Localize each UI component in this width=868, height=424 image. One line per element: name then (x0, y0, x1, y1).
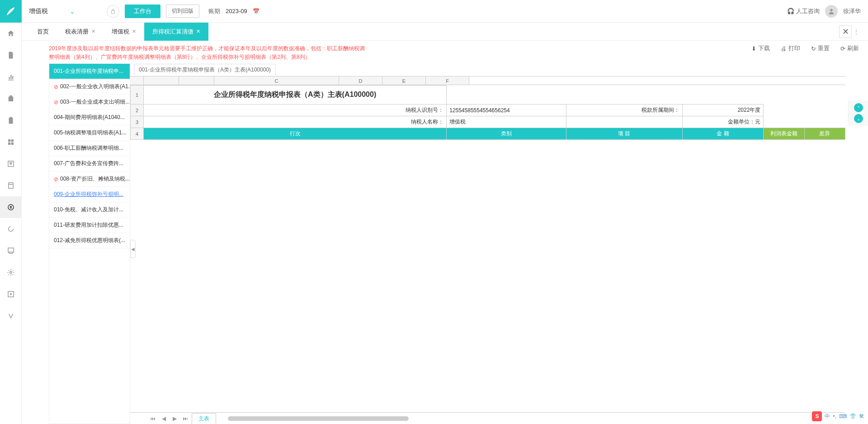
nav-v-icon[interactable] (0, 305, 22, 327)
column-headers: C D E F (130, 76, 845, 85)
app-logo[interactable] (0, 0, 22, 23)
user-avatar[interactable] (825, 5, 838, 18)
form-list-item[interactable]: ⊘003-一般企业成本支出明细... (49, 95, 130, 110)
tax-period[interactable]: 2022年度 (682, 105, 764, 116)
nav-inbox-icon[interactable] (0, 240, 22, 262)
sheet-nav-next[interactable]: ▶ (170, 415, 179, 422)
download-icon: ⬇ (751, 45, 756, 52)
form-list-item[interactable]: 004-期间费用明细表(A1040... (49, 110, 130, 125)
warning-icon: ⊘ (54, 99, 58, 105)
print-button[interactable]: 🖨打印 (781, 44, 800, 52)
sheet-tab-title[interactable]: 001-企业所得税年度纳税申报表（A类）主表(A100000) (134, 64, 276, 76)
form-list: 001-企业所得税年度纳税申...⊘002-一般企业收入明细表(A1...⊘00… (49, 63, 130, 424)
nav-refresh-icon[interactable] (0, 218, 22, 240)
sheet-title: 企业所得税年度纳税申报表（A类）主表(A100000) (144, 86, 447, 105)
year-scroll-down[interactable]: ⌄ (854, 114, 863, 123)
reset-button[interactable]: ↻重置 (811, 44, 830, 52)
svg-point-1 (9, 272, 12, 274)
nav-gear-icon[interactable] (0, 262, 22, 283)
tabs-menu-icon[interactable]: ⋮ (852, 29, 861, 35)
headset-icon: 🎧 (787, 8, 794, 14)
help-link[interactable]: 🎧 人工咨询 (787, 7, 820, 15)
form-list-item[interactable]: 012-减免所得税优惠明细表(... (49, 233, 130, 248)
nav-bag-icon[interactable] (0, 88, 22, 110)
download-button[interactable]: ⬇下载 (751, 44, 770, 52)
ime-lang[interactable]: 中 (825, 413, 830, 420)
sheet-nav-last[interactable]: ⏭ (181, 415, 190, 422)
company-name: 增值税 (29, 7, 48, 15)
ime-bar: S 中 •, ⌨ 👕 🛠 (812, 411, 864, 421)
print-icon: 🖨 (781, 45, 787, 52)
refresh-icon: ⟳ (840, 45, 845, 52)
nav-grid-icon[interactable] (0, 131, 22, 153)
taxpayer-id[interactable]: 125545855545546562​54 (447, 105, 566, 116)
form-list-item[interactable]: 009-企业所得税弥补亏损明... (49, 187, 130, 202)
form-list-item[interactable]: 010-免税、减计收入及加计... (49, 202, 130, 218)
form-list-item[interactable]: 006-职工薪酬纳税调整明细... (49, 141, 130, 156)
form-list-item[interactable]: ⊘008-资产折旧、摊销及纳税... (49, 172, 130, 187)
toolbar: ⬇下载 🖨打印 ↻重置 ⟳刷新 (751, 44, 859, 52)
sheet-footer: ⏮ ◀ ▶ ⏭ 主表 (130, 412, 845, 424)
nav-coin-icon[interactable] (0, 196, 22, 218)
nav-calendar-icon[interactable] (0, 175, 22, 196)
tabs-bar: 首页税表清册✕增值税✕所得税汇算清缴✕ ✕ ⋮ (22, 23, 868, 41)
warning-icon: ⊘ (54, 84, 58, 90)
topbar: 增值税 ⌄ 工作台 切到旧版 账期 2023-09 📅 🎧 人工咨询 徐泽华 (22, 0, 868, 23)
lock-icon[interactable] (107, 5, 119, 18)
sheet-nav-first[interactable]: ⏮ (148, 415, 157, 422)
username: 徐泽华 (843, 7, 861, 15)
period-label: 账期 (208, 7, 220, 15)
year-scroll-up[interactable]: ⌃ (854, 103, 863, 112)
tab-item[interactable]: 所得税汇算清缴✕ (144, 23, 208, 41)
reset-icon: ↻ (811, 45, 816, 52)
sidebar-nav (0, 0, 22, 424)
tab-close-icon[interactable]: ✕ (196, 29, 200, 34)
ime-punct-icon[interactable]: •, (833, 413, 836, 419)
sheet-footer-tab[interactable]: 主表 (192, 413, 216, 424)
svg-rect-3 (112, 10, 115, 13)
nav-play-icon[interactable] (0, 283, 22, 305)
svg-point-4 (830, 9, 832, 11)
year-panel: ⌃ ⌄ (848, 100, 868, 126)
form-list-item[interactable]: 001-企业所得税年度纳税申... (49, 64, 130, 79)
nav-chinese-icon[interactable] (0, 153, 22, 175)
form-list-item[interactable]: 005-纳税调整项目明细表(A1... (49, 125, 130, 141)
tab-item[interactable]: 税表清册✕ (57, 23, 104, 41)
ime-logo-icon[interactable]: S (812, 411, 822, 421)
tab-close-icon[interactable]: ✕ (132, 29, 136, 34)
company-selector[interactable]: 增值税 ⌄ (29, 7, 101, 15)
taxpayer-name[interactable]: 增值税 (447, 116, 566, 128)
tab-close-icon[interactable]: ✕ (91, 29, 95, 34)
form-list-item[interactable]: ⊘002-一般企业收入明细表(A1... (49, 79, 130, 95)
close-all-tabs-button[interactable]: ✕ (839, 25, 852, 38)
nav-doc-icon[interactable] (0, 44, 22, 66)
ime-keyboard-icon[interactable]: ⌨ (839, 413, 847, 419)
horizontal-scrollbar[interactable] (227, 415, 845, 422)
alert-message: 2019年度涉及取以前年度结转数据的申报表单元格需要手工维护正确，才能保证本年及… (49, 44, 365, 62)
refresh-button[interactable]: ⟳刷新 (840, 44, 859, 52)
calendar-icon[interactable]: 📅 (253, 8, 259, 14)
tab-item[interactable]: 首页 (29, 23, 57, 41)
chevron-down-icon: ⌄ (70, 8, 75, 15)
form-list-item[interactable]: 007-广告费和业务宣传费跨... (49, 156, 130, 172)
form-list-item[interactable]: 011-研发费用加计扣除优惠... (49, 218, 130, 233)
collapse-sidebar-handle[interactable]: ◀ (130, 240, 136, 258)
warning-icon: ⊘ (54, 176, 58, 182)
workbench-button[interactable]: 工作台 (125, 5, 160, 18)
nav-home-icon[interactable] (0, 23, 22, 44)
sheet-nav-prev[interactable]: ◀ (159, 415, 168, 422)
switch-old-button[interactable]: 切到旧版 (166, 5, 199, 18)
nav-clipboard-icon[interactable] (0, 110, 22, 131)
ime-skin-icon[interactable]: 👕 (849, 413, 856, 419)
ime-tool-icon[interactable]: 🛠 (859, 413, 864, 419)
period-value[interactable]: 2023-09 (226, 8, 247, 14)
nav-chart-icon[interactable] (0, 66, 22, 88)
tab-item[interactable]: 增值税✕ (104, 23, 144, 41)
